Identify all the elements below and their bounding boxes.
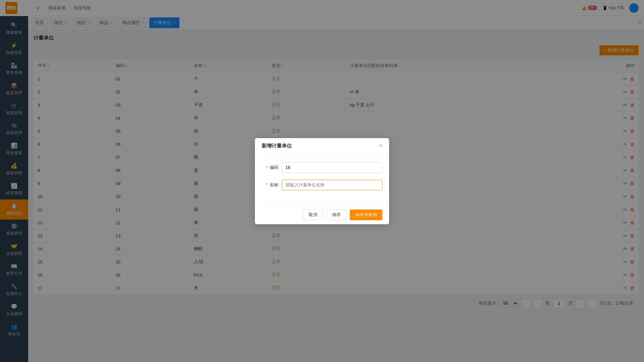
modal-header: 新增计量单位 ×	[255, 138, 389, 154]
save-and-new-button[interactable]: 保存并新增	[350, 209, 382, 220]
modal-body: * 编码 * 名称	[255, 154, 389, 205]
code-required-mark: *	[266, 165, 268, 170]
code-label: * 编码	[262, 165, 282, 171]
modal-overlay[interactable]: 新增计量单位 × * 编码 * 名称 取消 保存 保存并新增	[0, 0, 644, 362]
cancel-button[interactable]: 取消	[303, 209, 323, 220]
name-label: * 名称	[262, 182, 282, 188]
modal-footer: 取消 保存 保存并新增	[255, 205, 389, 224]
form-row-code: * 编码	[262, 162, 382, 173]
save-button[interactable]: 保存	[326, 209, 346, 220]
add-unit-modal: 新增计量单位 × * 编码 * 名称 取消 保存 保存并新增	[255, 138, 389, 224]
modal-title: 新增计量单位	[262, 143, 292, 149]
name-required-mark: *	[266, 182, 268, 187]
form-row-name: * 名称	[262, 180, 382, 190]
name-input[interactable]	[282, 180, 382, 190]
modal-close-icon[interactable]: ×	[379, 143, 382, 149]
code-input[interactable]	[282, 162, 382, 173]
